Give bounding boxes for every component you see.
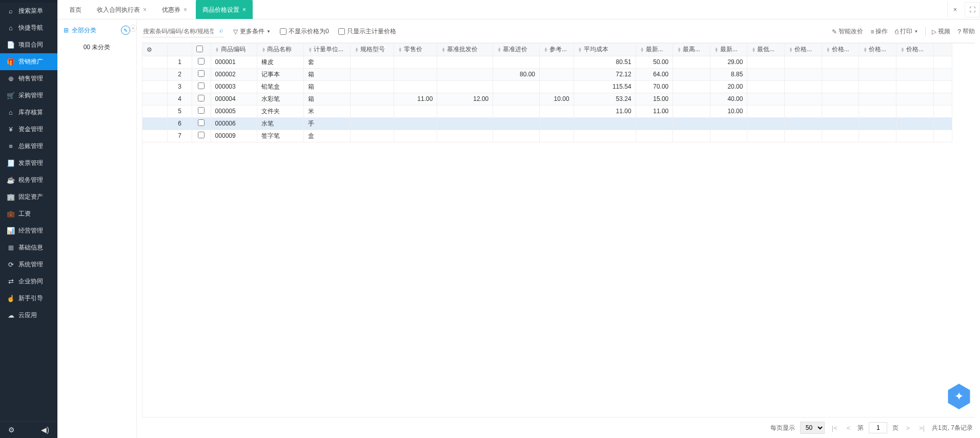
- tab-3[interactable]: 商品价格设置×: [196, 0, 253, 19]
- col-header-7[interactable]: ▲▼零售价: [394, 44, 437, 56]
- col-header-9[interactable]: ▲▼基准进价: [493, 44, 540, 56]
- sidebar-item-15[interactable]: ⟳系统管理: [0, 256, 57, 273]
- col-header-8[interactable]: ▲▼基准批发价: [437, 44, 493, 56]
- col-header-13[interactable]: ▲▼最高...: [673, 44, 710, 56]
- sidebar-item-7[interactable]: ¥资金管理: [0, 121, 57, 138]
- category-node[interactable]: 00 未分类: [64, 41, 130, 54]
- help-button[interactable]: ?帮助: [957, 27, 975, 36]
- sort-icon[interactable]: ▲▼: [826, 47, 830, 52]
- main-unit-checkbox[interactable]: 只显示主计量价格: [338, 27, 396, 36]
- sidebar-item-16[interactable]: ⇄企业协同: [0, 273, 57, 290]
- collapse-category-button[interactable]: «: [130, 25, 137, 32]
- search-icon[interactable]: ⌕: [219, 27, 223, 34]
- col-header-20[interactable]: [933, 44, 952, 56]
- row-checkbox[interactable]: [198, 70, 205, 77]
- gear-icon[interactable]: ⚙: [147, 46, 152, 53]
- row-checkbox[interactable]: [198, 82, 205, 89]
- volume-icon[interactable]: ◀): [41, 426, 49, 434]
- tab-2[interactable]: 优惠券×: [155, 0, 194, 19]
- search-input[interactable]: [142, 26, 224, 37]
- edit-category-button[interactable]: ✎: [121, 26, 130, 35]
- select-all-checkbox[interactable]: [196, 46, 203, 52]
- hide-zero-checkbox[interactable]: 不显示价格为0: [280, 27, 329, 36]
- first-page-button[interactable]: |<: [830, 424, 840, 432]
- col-header-16[interactable]: ▲▼价格...: [785, 44, 822, 56]
- sidebar-item-6[interactable]: ⌂库存核算: [0, 104, 57, 121]
- sort-icon[interactable]: ▲▼: [751, 47, 756, 52]
- category-all-label[interactable]: 全部分类: [72, 26, 96, 35]
- col-header-4[interactable]: ▲▼商品名称: [257, 44, 304, 56]
- row-checkbox[interactable]: [198, 119, 205, 126]
- sort-icon[interactable]: ▲▼: [863, 47, 867, 52]
- sidebar-item-10[interactable]: ☕税务管理: [0, 172, 57, 189]
- sort-icon[interactable]: ▲▼: [308, 47, 312, 52]
- row-checkbox[interactable]: [198, 58, 205, 65]
- per-page-select[interactable]: 50: [800, 422, 825, 434]
- col-header-1[interactable]: [167, 44, 192, 56]
- sort-icon[interactable]: ▲▼: [215, 47, 219, 52]
- col-header-3[interactable]: ▲▼商品编码: [211, 44, 257, 56]
- row-checkbox[interactable]: [198, 95, 205, 101]
- sidebar-item-14[interactable]: ⊞基础信息: [0, 239, 57, 256]
- sort-icon[interactable]: ▲▼: [261, 47, 266, 52]
- sidebar-item-0[interactable]: ⌕搜索菜单: [0, 3, 57, 19]
- col-header-2[interactable]: [192, 44, 211, 56]
- sidebar-item-18[interactable]: ☁云应用: [0, 307, 57, 324]
- tab-0[interactable]: 首页: [63, 0, 88, 19]
- next-page-button[interactable]: >: [904, 424, 912, 432]
- table-row[interactable]: 4000004水彩笔箱11.0012.0010.0053.2415.0040.0…: [142, 93, 952, 105]
- col-header-6[interactable]: ▲▼规格型号: [350, 44, 394, 56]
- sidebar-item-11[interactable]: 🏢固定资产: [0, 189, 57, 205]
- sidebar-item-13[interactable]: 📊经营管理: [0, 222, 57, 239]
- sidebar-item-2[interactable]: 📄项目合同: [0, 36, 57, 53]
- sort-icon[interactable]: ▲▼: [578, 47, 582, 52]
- sidebar-item-17[interactable]: ☝新手引导: [0, 290, 57, 307]
- sort-icon[interactable]: ▲▼: [355, 47, 359, 52]
- prev-page-button[interactable]: <: [845, 424, 853, 432]
- close-icon[interactable]: ×: [183, 6, 187, 13]
- table-row[interactable]: 7000009签字笔盒: [142, 130, 952, 142]
- col-header-19[interactable]: ▲▼价格...: [896, 44, 933, 56]
- sidebar-item-9[interactable]: 🧾发票管理: [0, 155, 57, 172]
- sidebar-item-5[interactable]: 🛒采购管理: [0, 87, 57, 104]
- fullscreen-button[interactable]: ⛶: [965, 2, 980, 17]
- sidebar-item-3[interactable]: 🎁营销推广: [0, 53, 57, 70]
- sort-icon[interactable]: ▲▼: [714, 47, 719, 52]
- col-header-11[interactable]: ▲▼平均成本: [574, 44, 636, 56]
- table-row[interactable]: 2000002记事本箱80.0072.1264.008.85: [142, 68, 952, 80]
- close-all-tabs-button[interactable]: ×: [947, 2, 963, 17]
- last-page-button[interactable]: >|: [917, 424, 927, 432]
- sort-icon[interactable]: ▲▼: [640, 47, 644, 52]
- col-header-12[interactable]: ▲▼最新...: [636, 44, 673, 56]
- more-conditions-button[interactable]: ▽ 更多条件 ▼: [233, 27, 271, 36]
- col-header-14[interactable]: ▲▼最新...: [710, 44, 747, 56]
- sort-icon[interactable]: ▲▼: [544, 47, 548, 52]
- page-input[interactable]: [869, 422, 887, 433]
- col-header-17[interactable]: ▲▼价格...: [822, 44, 859, 56]
- row-checkbox[interactable]: [198, 132, 205, 138]
- print-button[interactable]: ⎙打印 ▼: [895, 27, 918, 36]
- table-row[interactable]: 1000001橡皮套80.5150.0029.00: [142, 56, 952, 68]
- operate-button[interactable]: ≡操作: [870, 27, 888, 36]
- row-checkbox[interactable]: [198, 107, 205, 114]
- sidebar-item-8[interactable]: ≡总账管理: [0, 138, 57, 155]
- col-header-15[interactable]: ▲▼最低...: [747, 44, 785, 56]
- close-icon[interactable]: ×: [242, 6, 246, 13]
- sidebar-item-4[interactable]: ⊕销售管理: [0, 70, 57, 87]
- sort-icon[interactable]: ▲▼: [677, 47, 681, 52]
- close-icon[interactable]: ×: [143, 6, 147, 13]
- sidebar-item-12[interactable]: 💼工资: [0, 205, 57, 222]
- table-row[interactable]: 5000005文件夹米11.0011.0010.00: [142, 105, 952, 117]
- sort-icon[interactable]: ▲▼: [441, 47, 445, 52]
- sort-icon[interactable]: ▲▼: [901, 47, 905, 52]
- sort-icon[interactable]: ▲▼: [398, 47, 402, 52]
- table-row[interactable]: 6000006水笔手: [142, 117, 952, 130]
- gear-icon[interactable]: ⚙: [8, 426, 15, 434]
- sort-icon[interactable]: ▲▼: [497, 47, 501, 52]
- col-header-18[interactable]: ▲▼价格...: [859, 44, 896, 56]
- col-header-0[interactable]: ⚙: [142, 44, 167, 56]
- smart-edit-button[interactable]: ✎智能改价: [832, 27, 863, 36]
- tab-1[interactable]: 收入合同执行表×: [90, 0, 153, 19]
- video-button[interactable]: ▷视频: [925, 27, 950, 36]
- table-row[interactable]: 3000003铅笔盒箱115.5470.0020.00: [142, 80, 952, 93]
